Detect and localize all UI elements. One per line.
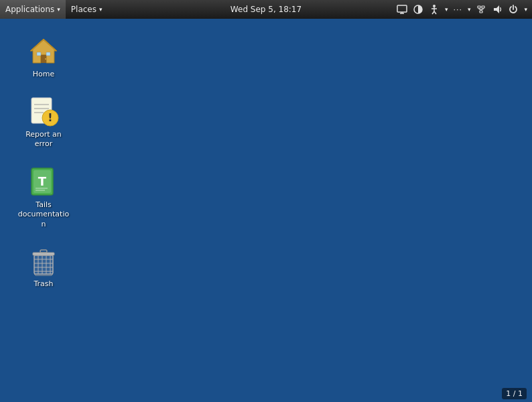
network-icon[interactable]: [474, 2, 488, 17]
svg-point-4: [433, 5, 436, 7]
display-icon[interactable]: [395, 2, 409, 17]
report-error-label: Report an error: [16, 130, 71, 149]
ellipsis-icon: ···: [453, 5, 462, 14]
taskbar-left: Applications ▾ Places ▾: [0, 0, 108, 19]
tails-docs-label: Tails documentation: [16, 200, 71, 229]
accessibility-arrow-icon: ▾: [445, 6, 448, 13]
report-error-icon-item[interactable]: ! Report an error: [13, 92, 74, 152]
trash-label: Trash: [34, 279, 53, 289]
home-label: Home: [33, 70, 54, 79]
svg-line-8: [434, 11, 436, 14]
places-label: Places: [71, 5, 96, 14]
system-tray: ▾ ··· ▾: [395, 0, 532, 19]
svg-rect-11: [480, 11, 482, 13]
datetime-display: Wed Sep 5, 18:17: [230, 5, 302, 14]
trash-icon: [27, 245, 60, 277]
svg-rect-9: [478, 6, 480, 8]
power-icon[interactable]: [506, 2, 521, 17]
volume-icon[interactable]: [490, 2, 505, 17]
workspace-indicator: 1 / 1: [502, 388, 527, 399]
svg-text:!: !: [48, 111, 52, 124]
more-options[interactable]: ···: [451, 2, 464, 17]
svg-text:T: T: [38, 174, 47, 188]
accessibility-icon[interactable]: [427, 2, 442, 17]
svg-rect-21: [46, 52, 50, 56]
accessibility-dropdown[interactable]: ▾: [443, 2, 450, 17]
svg-rect-48: [34, 255, 53, 274]
tails-docs-icon: T: [27, 165, 60, 198]
places-arrow-icon: ▾: [99, 6, 103, 13]
more-arrow[interactable]: ▾: [466, 2, 473, 17]
power-dropdown[interactable]: ▾: [522, 2, 529, 17]
applications-label: Applications: [5, 5, 54, 14]
svg-rect-0: [397, 5, 407, 12]
workspace-text: 1 / 1: [506, 389, 523, 398]
taskbar: Applications ▾ Places ▾ Wed Sep 5, 18:17: [0, 0, 532, 19]
places-menu[interactable]: Places ▾: [66, 0, 108, 19]
svg-rect-44: [40, 250, 47, 253]
svg-marker-16: [494, 5, 499, 13]
applications-menu[interactable]: Applications ▾: [0, 0, 66, 19]
datetime-text: Wed Sep 5, 18:17: [230, 5, 302, 14]
applications-arrow-icon: ▾: [57, 6, 60, 13]
trash-icon-item[interactable]: Trash: [13, 242, 74, 291]
home-icon: [27, 35, 60, 67]
svg-rect-20: [37, 52, 41, 56]
more-arrow-icon: ▾: [468, 6, 471, 13]
home-icon-item[interactable]: Home: [13, 32, 74, 82]
svg-rect-10: [482, 6, 484, 8]
report-error-icon: !: [27, 95, 60, 127]
tails-docs-icon-item[interactable]: T Tails documentation: [13, 163, 74, 232]
svg-point-22: [45, 58, 46, 60]
power-arrow-icon: ▾: [524, 6, 527, 13]
desktop: Home ! Report an error T: [0, 19, 532, 402]
tails-icon[interactable]: [411, 2, 425, 17]
